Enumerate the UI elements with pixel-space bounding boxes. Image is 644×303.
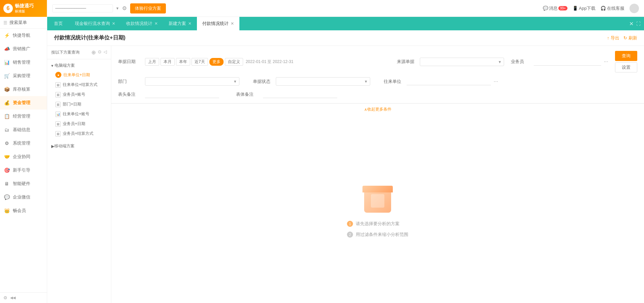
nav-icon-operation: 📋: [3, 113, 10, 120]
mobile-scheme-group: ▶ 移动端方案: [47, 141, 111, 152]
filter-row-1: 单据日期 上月 本月 本年 近7天 更多 自定义 2022-01-01 至 20…: [118, 51, 637, 72]
body-note-input[interactable]: [263, 90, 337, 98]
scheme-header-label: 按以下方案查询: [51, 50, 80, 55]
sidebar-item-inventory[interactable]: 📦库存核算: [0, 83, 47, 96]
scheme-settings-icon[interactable]: ⊙: [98, 49, 101, 56]
sidebar-item-purchase[interactable]: 🛒采购管理: [0, 69, 47, 83]
unit-more-icon[interactable]: ···: [494, 79, 498, 85]
nav-icon-basic: 🗂: [3, 126, 10, 133]
tab-close-new-plan[interactable]: ✕: [188, 21, 192, 26]
sidebar-item-wechat[interactable]: 💬企业微信: [0, 190, 47, 204]
topbar: ━━━━━━━━━━━━━ ▾ ⚙ 体验行业方案 💬 消息 99+ 📱 App下…: [47, 0, 644, 17]
sidebar-footer: ⚙ ◀◀: [0, 292, 47, 303]
sidebar-item-quick-nav[interactable]: ⚡快捷导航: [0, 29, 47, 42]
sidebar-item-operation[interactable]: 📋经营管理: [0, 110, 47, 123]
sidebar: 6 畅捷通巧 标准版 ☰ 搜索菜单 ⚡快捷导航📣营销推广📊销售管理🛒采购管理📦库…: [0, 0, 47, 303]
nav-icon-finance: 💰: [3, 99, 10, 106]
sidebar-item-finance[interactable]: 💰资金管理: [0, 96, 47, 110]
sidebar-header: 6 畅捷通巧 标准版: [0, 0, 47, 17]
logo-text: 畅捷通巧: [15, 3, 34, 9]
nav-icon-hardware: 🖥: [3, 180, 10, 187]
date-more[interactable]: 更多: [209, 58, 224, 66]
pc-group-title[interactable]: ▾ 电脑端方案: [47, 61, 111, 70]
expand-icon[interactable]: ⛶: [636, 21, 641, 26]
refresh-button[interactable]: ↻ 刷新: [623, 35, 637, 41]
setting-button[interactable]: 设置: [615, 62, 637, 72]
app-download-btn[interactable]: 📱 App下载: [573, 5, 595, 11]
nav-items: ⚡快捷导航📣营销推广📊销售管理🛒采购管理📦库存核算💰资金管理📋经营管理🗂基础信息…: [0, 29, 47, 217]
scheme-item-unit-settle[interactable]: ▦往来单位+结算方式: [47, 80, 111, 90]
date-last-month[interactable]: 上月: [145, 58, 159, 66]
logo-area: 畅捷通巧 标准版: [15, 3, 34, 14]
user-avatar[interactable]: [630, 4, 639, 13]
nav-icon-quick-nav: ⚡: [3, 32, 10, 39]
address-dropdown[interactable]: ▾: [116, 6, 119, 11]
tab-home[interactable]: 首页: [47, 17, 69, 30]
sidebar-item-basic[interactable]: 🗂基础信息: [0, 123, 47, 137]
close-window-icon[interactable]: ✕: [629, 21, 634, 27]
query-button[interactable]: 查询: [615, 51, 637, 61]
sidebar-item-enterprise[interactable]: 🤝企业协同: [0, 150, 47, 163]
tabbar: 首页现金银行流水查询✕收款情况统计✕新建方案✕付款情况统计✕ ✕ ⛶: [47, 17, 644, 30]
header-note-label: 表头备注: [118, 91, 138, 97]
date-this-year[interactable]: 本年: [176, 58, 190, 66]
nav-icon-purchase: 🛒: [3, 72, 10, 79]
scheme-item-unit-date[interactable]: ●往来单位+日期: [47, 70, 111, 80]
tab-close-payment[interactable]: ✕: [231, 21, 234, 26]
sidebar-item-system[interactable]: ⚙系统管理: [0, 137, 47, 150]
doc-status-select[interactable]: ▾: [276, 77, 370, 86]
date-custom[interactable]: 自定义: [225, 58, 243, 66]
scheme-item-unit-account[interactable]: 📊往来单位+账号: [47, 109, 111, 119]
scheme-item-staff-settle[interactable]: ▦业务员+结算方式: [47, 129, 111, 139]
dept-arrow-icon: ▾: [234, 79, 236, 84]
sidebar-item-hardware[interactable]: 🖥智能硬件: [0, 177, 47, 190]
group-arrow-icon: ▾: [51, 63, 53, 68]
add-scheme-icon[interactable]: ⊕: [91, 49, 96, 56]
settings-icon[interactable]: ⚙: [3, 295, 7, 300]
tab-label-bank: 现金银行流水查询: [75, 21, 110, 27]
date-this-month[interactable]: 本月: [160, 58, 175, 66]
search-menu[interactable]: ☰ 搜索菜单: [0, 17, 47, 29]
export-button[interactable]: ↑ 导出: [607, 35, 620, 41]
tab-new-plan[interactable]: 新建方案✕: [163, 17, 197, 30]
collapse-icon[interactable]: ◀◀: [10, 296, 16, 300]
scheme-item-dept-date[interactable]: ▦部门+日期: [47, 99, 111, 109]
nav-label-operation: 经营管理: [13, 113, 30, 119]
gear-icon[interactable]: ⚙: [122, 5, 127, 11]
header-note-input[interactable]: [145, 90, 219, 98]
sidebar-item-guide[interactable]: 🎯新手引导: [0, 163, 47, 177]
message-icon: 💬: [543, 6, 548, 11]
tab-close-receivable[interactable]: ✕: [154, 21, 158, 26]
online-service-btn[interactable]: 🎧 在线客服: [601, 5, 624, 11]
tab-label-new-plan: 新建方案: [169, 21, 186, 27]
scheme-item-staff-account[interactable]: ▦业务员+账号: [47, 90, 111, 99]
staff-more-icon[interactable]: ···: [604, 59, 608, 65]
staff-input[interactable]: [534, 58, 601, 66]
collapse-bar[interactable]: ∧ 收起更多条件: [111, 103, 644, 115]
tab-receivable[interactable]: 收款情况统计✕: [121, 17, 163, 30]
content-area: 按以下方案查询 ⊕ ⊙ ◁ ▾ 电脑端方案 ●往来单位+日期▦往来单位+结算方式…: [47, 46, 644, 303]
tab-close-bank[interactable]: ✕: [112, 21, 115, 26]
page-content: 付款情况统计(往来单位+日期) ↑ 导出 ↻ 刷新 按以下方案查询 ⊕: [47, 30, 644, 303]
source-select[interactable]: ▾: [420, 58, 504, 66]
tab-bank[interactable]: 现金银行流水查询✕: [69, 17, 121, 30]
sidebar-item-member[interactable]: 👑畅会员: [0, 204, 47, 217]
nav-label-sales: 销售管理: [13, 59, 30, 65]
date-7days[interactable]: 近7天: [192, 58, 208, 66]
doc-status-label: 单据状态: [253, 79, 273, 85]
sidebar-item-sales[interactable]: 📊销售管理: [0, 56, 47, 69]
page-header: 付款情况统计(往来单位+日期) ↑ 导出 ↻ 刷新: [47, 30, 644, 46]
messages-btn[interactable]: 💬 消息 99+: [543, 5, 567, 11]
tab-payment[interactable]: 付款情况统计✕: [197, 17, 239, 30]
scheme-item-staff-date[interactable]: ▦业务员+日期: [47, 119, 111, 129]
mobile-group-title[interactable]: ▶ 移动端方案: [47, 142, 111, 150]
address-bar[interactable]: ━━━━━━━━━━━━━: [52, 4, 113, 12]
trial-button[interactable]: 体验行业方案: [130, 3, 166, 13]
unit-input[interactable]: [407, 78, 491, 85]
dept-select[interactable]: ▾: [145, 77, 239, 86]
main-area: ━━━━━━━━━━━━━ ▾ ⚙ 体验行业方案 💬 消息 99+ 📱 App下…: [47, 0, 644, 303]
collapse-panel-icon[interactable]: ◁: [104, 49, 107, 56]
search-menu-label: 搜索菜单: [9, 20, 27, 26]
date-range-display: 2022-01-01 至 2022-12-31: [246, 59, 293, 65]
sidebar-item-marketing[interactable]: 📣营销推广: [0, 42, 47, 56]
